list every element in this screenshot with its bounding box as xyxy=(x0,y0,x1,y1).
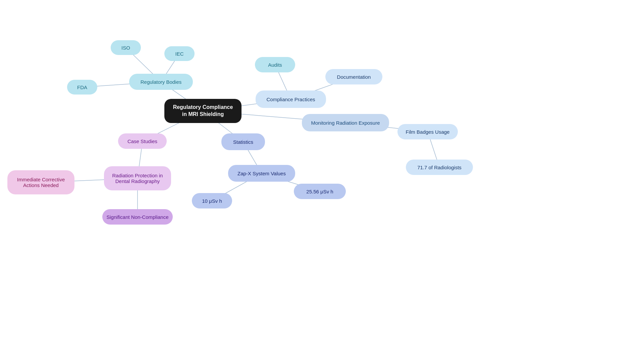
ten-usv-node[interactable]: 10 μSv h xyxy=(192,193,232,208)
monitoring-radiation-label: Monitoring Radiation Exposure xyxy=(311,120,380,126)
twentyfive-usv-label: 25.56 μSv h xyxy=(306,189,333,194)
radiation-dental-node[interactable]: Radiation Protection in Dental Radiograp… xyxy=(104,166,171,190)
case-studies-node[interactable]: Case Studies xyxy=(118,133,167,149)
iec-label: IEC xyxy=(175,51,183,57)
immediate-corrective-label: Immediate Corrective Actions Needed xyxy=(13,177,68,188)
ten-usv-label: 10 μSv h xyxy=(202,198,222,204)
regulatory-bodies-label: Regulatory Bodies xyxy=(141,79,182,85)
compliance-practices-node[interactable]: Compliance Practices xyxy=(256,90,326,108)
statistics-label: Statistics xyxy=(233,139,253,145)
zapx-node[interactable]: Zap-X System Values xyxy=(228,165,295,182)
audits-label: Audits xyxy=(268,62,282,68)
fda-label: FDA xyxy=(77,84,87,90)
documentation-node[interactable]: Documentation xyxy=(325,69,382,84)
zapx-label: Zap-X System Values xyxy=(237,171,286,176)
significant-noncompliance-label: Significant Non-Compliance xyxy=(106,214,168,220)
twentyfive-usv-node[interactable]: 25.56 μSv h xyxy=(294,184,346,199)
immediate-corrective-node[interactable]: Immediate Corrective Actions Needed xyxy=(7,170,74,194)
significant-noncompliance-node[interactable]: Significant Non-Compliance xyxy=(102,209,173,225)
radiologists-label: 71.7 of Radiologists xyxy=(417,165,462,170)
regulatory-bodies-node[interactable]: Regulatory Bodies xyxy=(129,74,193,90)
statistics-node[interactable]: Statistics xyxy=(221,133,265,150)
center-label: Regulatory Compliance in MRI Shielding xyxy=(170,104,235,118)
fda-node[interactable]: FDA xyxy=(67,80,97,95)
iec-node[interactable]: IEC xyxy=(164,46,195,61)
radiologists-node[interactable]: 71.7 of Radiologists xyxy=(406,160,473,175)
monitoring-radiation-node[interactable]: Monitoring Radiation Exposure xyxy=(302,114,389,131)
case-studies-label: Case Studies xyxy=(127,138,157,144)
iso-node[interactable]: ISO xyxy=(111,40,141,55)
film-badges-label: Film Badges Usage xyxy=(406,129,450,135)
iso-label: ISO xyxy=(121,45,130,51)
film-badges-node[interactable]: Film Badges Usage xyxy=(397,124,458,139)
documentation-label: Documentation xyxy=(337,74,371,80)
center-node[interactable]: Regulatory Compliance in MRI Shielding xyxy=(164,99,241,123)
audits-node[interactable]: Audits xyxy=(255,57,295,72)
compliance-practices-label: Compliance Practices xyxy=(266,97,315,102)
radiation-dental-label: Radiation Protection in Dental Radiograp… xyxy=(110,173,165,184)
